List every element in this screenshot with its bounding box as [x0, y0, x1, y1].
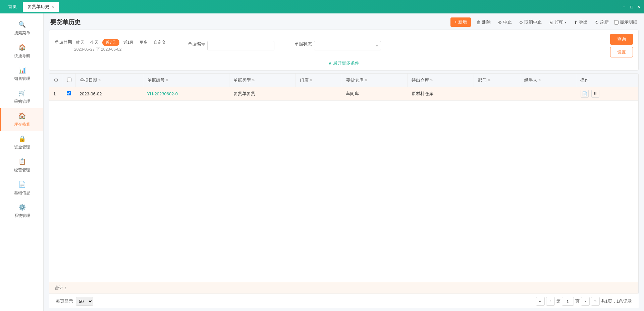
col-doc-date-label: 单据日期 — [80, 77, 97, 83]
cancel-stop-button[interactable]: ⊙ 取消中止 — [517, 18, 544, 27]
query-button[interactable]: 查询 — [610, 34, 633, 45]
display-detail-toggle[interactable]: 显示明细 — [614, 19, 637, 25]
finance-icon: 🔒 — [18, 135, 26, 142]
row-checkbox[interactable] — [67, 91, 71, 95]
refresh-button[interactable]: ↻ 刷新 — [593, 18, 611, 27]
table-row[interactable]: 1 2023-06-02 YH-20230602-0 要货单要货 车间库 原材料… — [49, 87, 638, 101]
sidebar-item-operations[interactable]: 📋 经营管理 — [0, 154, 43, 177]
page-nav: « ‹ 第 页 › » 共1页，1条记录 — [536, 297, 632, 306]
sidebar-item-quick-nav[interactable]: 🏠 快捷导航 — [0, 40, 43, 62]
sidebar-item-finance[interactable]: 🔒 资金管理 — [0, 131, 43, 154]
print-button[interactable]: 🖨 打印 ▾ — [547, 18, 569, 27]
col-operations: 操作 — [576, 74, 638, 87]
table-header-row: ⚙ 单据日期 ⇅ 单据编号 — [49, 74, 638, 87]
purchase-icon: 🛒 — [18, 89, 26, 97]
sort-store[interactable]: 门店 ⇅ — [300, 77, 312, 83]
row-doc-no-link[interactable]: YH-20230602-0 — [147, 91, 178, 96]
export-button[interactable]: ⬆ 导出 — [572, 18, 590, 27]
main-layout: 🔍 搜索菜单 🏠 快捷导航 📊 销售管理 🛒 采购管理 🏠 库存核算 🔒 资金管… — [0, 13, 644, 311]
page-first-btn[interactable]: « — [536, 297, 545, 306]
sidebar-label-purchase: 采购管理 — [14, 99, 30, 104]
sidebar-item-purchase[interactable]: 🛒 采购管理 — [0, 85, 43, 108]
system-icon: ⚙️ — [18, 204, 26, 211]
row-doc-date: 2023-06-02 — [75, 87, 143, 101]
sort-doc-type[interactable]: 单据类型 ⇅ — [233, 77, 255, 83]
row-store — [296, 87, 342, 101]
sort-store-icon: ⇅ — [310, 78, 312, 82]
operations-icon: 📋 — [18, 158, 26, 165]
date-btn-yesterday[interactable]: 昨天 — [74, 39, 86, 46]
minimize-btn[interactable]: － — [622, 4, 626, 10]
sidebar-item-search[interactable]: 🔍 搜索菜单 — [0, 17, 43, 40]
data-table: ⚙ 单据日期 ⇅ 单据编号 — [49, 74, 638, 101]
filter-settings-button[interactable]: 设置 — [610, 47, 633, 57]
search-icon: 🔍 — [18, 21, 26, 28]
status-select-chevron: ▾ — [376, 44, 378, 48]
sort-handler[interactable]: 经手人 ⇅ — [524, 77, 541, 83]
page-last-btn[interactable]: » — [591, 297, 600, 306]
tab-close-icon[interactable]: ✕ — [51, 5, 54, 9]
col-handler[interactable]: 经手人 ⇅ — [520, 74, 576, 87]
content-area: 要货单历史 + 新增 🗑 删除 ⊗ 中止 ⊙ 取消中止 🖨 打印 — [44, 13, 644, 311]
col-settings[interactable]: ⚙ — [49, 74, 63, 87]
maximize-btn[interactable]: □ — [630, 4, 633, 9]
column-settings-icon[interactable]: ⚙ — [53, 77, 59, 83]
delete-button[interactable]: 🗑 删除 — [474, 18, 493, 27]
col-checkbox — [63, 74, 75, 87]
col-department-label: 部门 — [478, 77, 487, 83]
close-btn[interactable]: ✕ — [637, 4, 641, 9]
doc-number-input[interactable] — [207, 41, 274, 50]
per-page-select[interactable]: 50 10 20 100 — [76, 297, 93, 306]
sidebar-label-quick-nav: 快捷导航 — [14, 53, 30, 59]
sort-req-warehouse[interactable]: 要货仓库 ⇅ — [346, 77, 367, 83]
tab-order-history[interactable]: 要货单历史 ✕ — [23, 2, 59, 12]
page-prev-btn[interactable]: ‹ — [546, 297, 555, 306]
sidebar-label-finance: 资金管理 — [14, 144, 30, 150]
col-doc-type-label: 单据类型 — [233, 77, 251, 83]
col-pending-warehouse-label: 待出仓库 — [412, 77, 429, 83]
sidebar-item-system[interactable]: ⚙️ 系统管理 — [0, 199, 43, 222]
window-controls: － □ ✕ — [622, 4, 641, 10]
date-btn-today[interactable]: 今天 — [88, 39, 100, 46]
sort-doc-no[interactable]: 单据编号 ⇅ — [147, 77, 168, 83]
tab-home[interactable]: 首页 — [3, 2, 21, 12]
sidebar-label-sales: 销售管理 — [14, 76, 30, 82]
col-doc-no[interactable]: 单据编号 ⇅ — [143, 74, 229, 87]
sort-doc-type-icon: ⇅ — [252, 78, 255, 82]
col-doc-type[interactable]: 单据类型 ⇅ — [229, 74, 296, 87]
expand-more-btn[interactable]: ∨ 展开更多条件 — [55, 60, 633, 66]
col-store[interactable]: 门店 ⇅ — [296, 74, 342, 87]
col-pending-warehouse[interactable]: 待出仓库 ⇅ — [408, 74, 474, 87]
cancel-stop-icon: ⊙ — [519, 20, 523, 25]
display-detail-checkbox[interactable] — [614, 20, 619, 25]
home-icon: 🏠 — [18, 44, 26, 51]
sort-doc-date-icon: ⇅ — [98, 78, 101, 82]
col-doc-date[interactable]: 单据日期 ⇅ — [75, 74, 143, 87]
status-select[interactable]: ▾ — [314, 41, 381, 50]
date-btn-1month[interactable]: 近1月 — [121, 39, 136, 46]
sort-pending-warehouse[interactable]: 待出仓库 ⇅ — [412, 77, 433, 83]
date-btn-7days[interactable]: 近7天 — [102, 39, 119, 46]
col-req-warehouse[interactable]: 要货仓库 ⇅ — [342, 74, 408, 87]
new-button[interactable]: + 新增 — [450, 17, 471, 27]
date-btn-more[interactable]: 更多 — [138, 39, 150, 46]
col-req-warehouse-label: 要货仓库 — [346, 77, 364, 83]
page-input[interactable] — [562, 297, 574, 306]
select-all-checkbox[interactable] — [67, 78, 71, 82]
row-more-btn[interactable]: ⠿ — [591, 90, 599, 98]
sidebar-item-sales[interactable]: 📊 销售管理 — [0, 62, 43, 85]
stop-button[interactable]: ⊗ 中止 — [496, 18, 514, 27]
page-next-btn[interactable]: › — [581, 297, 590, 306]
sidebar-item-basic-info[interactable]: 📄 基础信息 — [0, 177, 43, 199]
expand-more-chevron: ∨ — [328, 61, 332, 66]
sort-department[interactable]: 部门 ⇅ — [478, 77, 490, 83]
sidebar-item-inventory[interactable]: 🏠 库存核算 — [0, 108, 43, 131]
sort-doc-date[interactable]: 单据日期 ⇅ — [80, 77, 101, 83]
display-detail-label: 显示明细 — [620, 19, 637, 25]
row-edit-btn[interactable]: 📄 — [581, 90, 589, 98]
sidebar-label-system: 系统管理 — [14, 213, 30, 219]
col-doc-no-label: 单据编号 — [147, 77, 165, 83]
col-department[interactable]: 部门 ⇅ — [474, 74, 520, 87]
date-btn-custom[interactable]: 自定义 — [152, 39, 168, 46]
date-filter-group: 单据日期 昨天 今天 近7天 近1月 更多 自定义 2023-05-27 至 2… — [55, 39, 168, 52]
